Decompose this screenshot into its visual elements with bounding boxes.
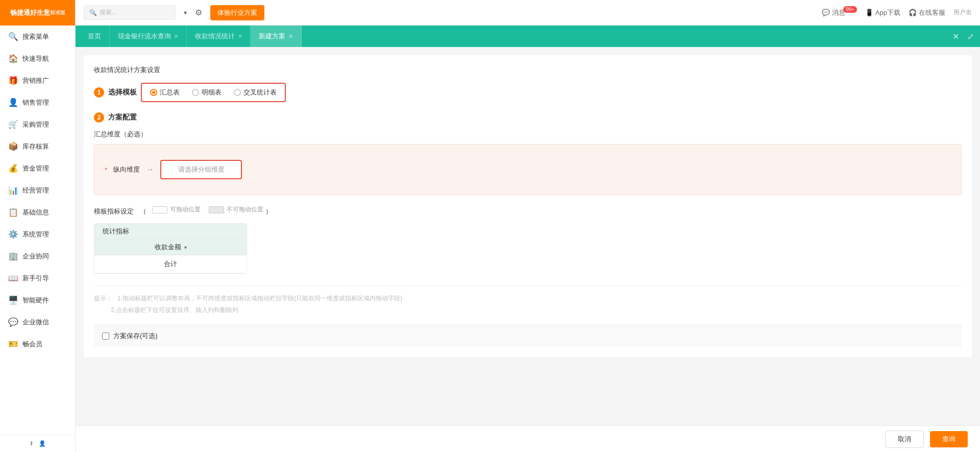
app-download-item[interactable]: 📱 App下载 <box>865 8 900 17</box>
template-radio-group: 汇总表 明细表 交叉统计表 <box>141 83 286 102</box>
tab-bank-flow[interactable]: 现金银行流水查询 × <box>110 26 187 47</box>
sidebar-item-smart-hw[interactable]: 🖥️ 智能硬件 <box>0 289 75 311</box>
sidebar-item-label: 基础信息 <box>22 208 49 217</box>
tab-collection-stats-close[interactable]: × <box>238 32 242 40</box>
search-icon: 🔍 <box>8 32 18 41</box>
tab-controls: ✕ ⤢ <box>950 30 976 43</box>
header-dropdown[interactable]: ▾ <box>184 9 187 16</box>
content-panel: 收款情况统计方案设置 1 选择模板 汇总表 明细表 交 <box>84 55 972 357</box>
stats-table-header: 统计指标 <box>94 224 247 240</box>
tab-bank-flow-close[interactable]: × <box>174 32 178 40</box>
sidebar-item-purchase[interactable]: 🛒 采购管理 <box>0 113 75 135</box>
panel-title: 收款情况统计方案设置 <box>94 65 962 75</box>
required-marker: * <box>105 166 107 174</box>
main-content: 收款情况统计方案设置 1 选择模板 汇总表 明细表 交 <box>76 47 980 452</box>
app-icon: 📱 <box>865 9 873 16</box>
chat-icon: 💬 <box>8 317 18 327</box>
save-label: 方案保存(可选) <box>113 331 158 341</box>
stats-col-header[interactable]: 收款金额 ▾ <box>94 240 247 255</box>
sidebar-bottom-item2[interactable]: 👤 <box>39 440 46 447</box>
search-icon: 🔍 <box>89 9 97 16</box>
nodrag-indicator <box>209 206 224 213</box>
sidebar-item-inventory[interactable]: 📦 库存核算 <box>0 135 75 157</box>
step1-label: 选择模板 <box>108 88 137 97</box>
summary-dimension-label: 汇总维度（必选） <box>94 130 962 139</box>
book-icon: 📖 <box>8 273 18 283</box>
tab-close-btn[interactable]: ✕ <box>950 30 961 43</box>
stats-table: 统计指标 收款金额 ▾ 合计 <box>94 223 247 274</box>
sidebar-item-system[interactable]: ⚙️ 系统管理 <box>0 223 75 245</box>
radio-detail[interactable]: 明细表 <box>192 88 222 97</box>
box-icon: 📦 <box>8 141 18 151</box>
step1-number: 1 <box>94 87 104 98</box>
online-service-item[interactable]: 🎧 在线客服 <box>909 8 945 17</box>
footer-bar: 取消 查询 <box>76 425 980 452</box>
sidebar-item-label: 搜索菜单 <box>22 32 49 41</box>
header-search[interactable]: 🔍 搜索... <box>84 5 176 20</box>
logo-text: 畅捷通好生意 <box>10 8 50 17</box>
radio-detail-label: 明细表 <box>202 88 222 97</box>
chart-icon: 📊 <box>8 185 18 195</box>
sidebar-item-guide[interactable]: 📖 新手引导 <box>0 267 75 289</box>
hint-nodrag-label: 不可拖动位置 <box>227 205 263 214</box>
hint-drag-label: 可拖动位置 <box>170 205 201 214</box>
header: 🔍 搜索... ▾ ⚙ 体验行业方案 💬 消息 99+ 📱 App下载 🎧 在线… <box>76 0 980 26</box>
radio-summary-label: 汇总表 <box>160 88 180 97</box>
sidebar-bottom: ⬆ 👤 <box>0 435 75 452</box>
radio-detail-dot <box>192 89 199 96</box>
sidebar-bottom-item1[interactable]: ⬆ <box>29 440 34 447</box>
sidebar-item-label: 新手引导 <box>22 274 49 283</box>
sidebar-item-enterprise[interactable]: 🏢 企业协同 <box>0 245 75 267</box>
cart-icon: 🛒 <box>8 120 18 129</box>
sidebar-item-marketing[interactable]: 🎁 营销推广 <box>0 69 75 91</box>
hint-drag-item: 可拖动位置 <box>152 205 201 214</box>
tab-bank-flow-label: 现金银行流水查询 <box>118 32 171 41</box>
radio-cross-label: 交叉统计表 <box>243 88 277 97</box>
settings-icon[interactable]: ⚙ <box>195 8 202 17</box>
drag-indicator <box>152 206 167 213</box>
tab-new-plan-close[interactable]: × <box>288 32 292 40</box>
sidebar-item-operation[interactable]: 📊 经营管理 <box>0 179 75 201</box>
tab-collection-stats[interactable]: 收款情况统计 × <box>187 26 251 47</box>
trial-button[interactable]: 体验行业方案 <box>210 5 264 20</box>
radio-cross[interactable]: 交叉统计表 <box>234 88 277 97</box>
sidebar-item-member[interactable]: 🎫 畅会员 <box>0 333 75 355</box>
step1-header: 1 选择模板 汇总表 明细表 交叉统计表 <box>94 83 962 102</box>
tab-home[interactable]: 首页 <box>80 26 110 47</box>
sidebar-item-search-menu[interactable]: 🔍 搜索菜单 <box>0 26 75 47</box>
building-icon: 🏢 <box>8 251 18 261</box>
notification-item[interactable]: 💬 消息 99+ <box>822 8 857 17</box>
sidebar-item-wechat[interactable]: 💬 企业微信 <box>0 311 75 333</box>
sidebar-item-label: 采购管理 <box>22 120 49 129</box>
sidebar-item-sales[interactable]: 👤 销售管理 <box>0 91 75 113</box>
cancel-button[interactable]: 取消 <box>885 431 924 448</box>
home-icon: 🏠 <box>8 54 18 63</box>
sidebar-item-quick-nav[interactable]: 🏠 快速导航 <box>0 47 75 69</box>
col-dropdown-icon[interactable]: ▾ <box>184 245 187 250</box>
tabs-bar: 首页 现金银行流水查询 × 收款情况统计 × 新建方案 × ✕ ⤢ <box>76 26 980 47</box>
save-checkbox[interactable] <box>102 332 109 340</box>
radio-cross-dot <box>234 89 241 96</box>
hint-nodrag-item: 不可拖动位置 <box>209 205 263 214</box>
sidebar-item-finance[interactable]: 💰 资金管理 <box>0 157 75 179</box>
dimension-select[interactable]: 请选择分组维度 <box>160 160 242 179</box>
tab-fullscreen-btn[interactable]: ⤢ <box>965 30 976 43</box>
tip-item-1: 提示： 1.拖动标题栏可以调整布局，不可跨维度或指标区域拖动栏目字段(只能在同一… <box>94 294 962 303</box>
dimension-area: * 纵向维度 → 请选择分组维度 <box>94 144 962 195</box>
gift-icon: 🎁 <box>8 76 18 85</box>
query-button[interactable]: 查询 <box>930 431 968 447</box>
step2-number: 2 <box>94 112 104 123</box>
indicator-section: 模板指标设定 （ 可拖动位置 不可拖动位置 ） <box>94 205 962 275</box>
radio-summary[interactable]: 汇总表 <box>150 88 180 97</box>
sidebar-item-base-info[interactable]: 📋 基础信息 <box>0 201 75 223</box>
sidebar-item-label: 库存核算 <box>22 142 49 151</box>
user-name[interactable]: 用户名 <box>953 8 972 17</box>
step2-section: 2 方案配置 汇总维度（必选） * 纵向维度 → 请选择分组维度 <box>94 112 962 315</box>
tip-item-2: 2.点击标题栏下拉可设置排序、插入列和删除列 <box>94 306 962 315</box>
indicator-label: 模板指标设定 （ 可拖动位置 不可拖动位置 ） <box>94 205 962 218</box>
step1-section: 1 选择模板 汇总表 明细表 交叉统计表 <box>94 83 962 102</box>
tab-new-plan[interactable]: 新建方案 × <box>251 26 301 47</box>
save-section: 方案保存(可选) <box>94 325 962 347</box>
tab-home-label: 首页 <box>88 32 101 41</box>
step2-header: 2 方案配置 <box>94 112 962 123</box>
